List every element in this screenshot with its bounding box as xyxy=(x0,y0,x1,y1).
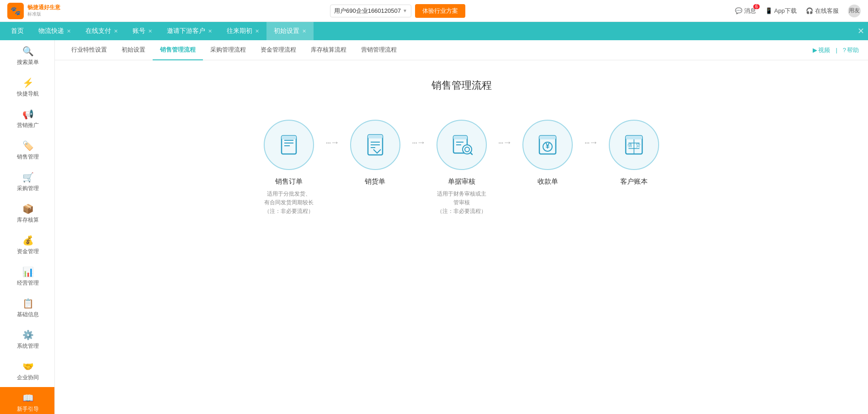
close-account-icon[interactable]: ✕ xyxy=(148,28,152,34)
app-icon: 📱 xyxy=(765,7,772,14)
sidebar-label-guide: 新手引导 xyxy=(17,405,39,413)
sidebar-item-search[interactable]: 🔍 搜索菜单 xyxy=(0,40,54,72)
online-service-button[interactable]: 🎧 在线客服 xyxy=(806,7,839,15)
sub-tab-finance-flow-label: 资金管理流程 xyxy=(261,46,296,54)
svg-rect-18 xyxy=(539,136,556,139)
sidebar-item-basic[interactable]: 📋 基础信息 xyxy=(0,292,54,324)
main-layout: 🔍 搜索菜单 ⚡ 快捷导航 📢 营销推广 🏷️ 销售管理 🛒 采购管理 📦 库存… xyxy=(0,40,868,414)
ledger-circle: 借 贷 xyxy=(609,120,659,170)
operation-icon: 📊 xyxy=(22,266,34,277)
sub-tab-industry-label: 行业特性设置 xyxy=(71,46,107,54)
sub-tab-initial[interactable]: 初始设置 xyxy=(114,40,153,60)
message-button[interactable]: 💬 消息 6 xyxy=(735,7,756,15)
flow-title: 销售管理流程 xyxy=(82,79,841,92)
logo-badge: 标准版 xyxy=(27,11,60,17)
receipt-label: 收款单 xyxy=(538,177,558,186)
sidebar-item-inventory[interactable]: 📦 库存核算 xyxy=(0,198,54,229)
content-area: 行业特性设置 初始设置 销售管理流程 采购管理流程 资金管理流程 库存核算流程 … xyxy=(55,40,868,414)
divider: | xyxy=(836,47,837,53)
tab-period[interactable]: 往来期初 ✕ xyxy=(219,22,266,40)
help-button[interactable]: ? 帮助 xyxy=(843,46,859,54)
message-icon: 💬 xyxy=(735,7,742,14)
sales-order-label: 销售订单 xyxy=(275,177,303,186)
svg-text:¥: ¥ xyxy=(546,142,550,150)
sub-tab-finance-flow[interactable]: 资金管理流程 xyxy=(253,40,304,60)
sidebar-item-sales[interactable]: 🏷️ 销售管理 xyxy=(0,135,54,166)
flow-node-ledger[interactable]: 借 贷 客户账本 xyxy=(597,120,671,190)
dropdown-arrow-icon: ▼ xyxy=(403,8,407,13)
sub-tab-inventory-flow[interactable]: 库存核算流程 xyxy=(304,40,354,60)
sidebar: 🔍 搜索菜单 ⚡ 快捷导航 📢 营销推广 🏷️ 销售管理 🛒 采购管理 📦 库存… xyxy=(0,40,55,414)
user-selector[interactable]: 用户690企业1660120507 ▼ xyxy=(330,5,411,17)
flow-node-invoice[interactable]: 销货单 xyxy=(339,120,412,190)
video-icon: ▶ xyxy=(813,47,817,53)
tab-invite[interactable]: 邀请下游客户 ✕ xyxy=(160,22,219,40)
sub-tab-purchase-flow[interactable]: 采购管理流程 xyxy=(203,40,253,60)
nav-tabs: 首页 物流快递 ✕ 在线支付 ✕ 账号 ✕ 邀请下游客户 ✕ 往来期初 ✕ 初始… xyxy=(0,22,868,40)
close-invite-icon[interactable]: ✕ xyxy=(208,28,212,34)
sidebar-item-finance[interactable]: 💰 资金管理 xyxy=(0,229,54,261)
arrow-2: ···→ xyxy=(412,120,425,148)
tab-initial-setup[interactable]: 初始设置 ✕ xyxy=(266,22,314,40)
close-all-tabs-button[interactable]: ✕ xyxy=(857,26,864,36)
avatar: 用友 xyxy=(848,5,861,17)
tab-home[interactable]: 首页 xyxy=(4,22,31,40)
app-download-button[interactable]: 📱 App下载 xyxy=(765,7,797,15)
sub-tab-right-actions: ▶ 视频 | ? 帮助 xyxy=(813,46,859,54)
close-payment-icon[interactable]: ✕ xyxy=(114,28,118,34)
try-industry-button[interactable]: 体验行业方案 xyxy=(415,4,465,18)
sales-order-icon xyxy=(277,133,301,157)
tab-home-label: 首页 xyxy=(11,27,24,35)
sub-tab-marketing-flow-label: 营销管理流程 xyxy=(361,46,397,54)
svg-line-14 xyxy=(470,153,472,154)
system-icon: ⚙️ xyxy=(22,329,34,340)
ledger-label: 客户账本 xyxy=(620,177,648,186)
close-period-icon[interactable]: ✕ xyxy=(255,28,259,34)
sidebar-item-guide[interactable]: 📖 新手引导 xyxy=(0,387,54,414)
tab-initial-setup-label: 初始设置 xyxy=(274,27,299,35)
sales-icon: 🏷️ xyxy=(22,140,34,151)
sidebar-label-search: 搜索菜单 xyxy=(17,58,39,66)
tab-payment-label: 在线支付 xyxy=(85,27,111,35)
sidebar-label-purchase: 采购管理 xyxy=(17,185,39,192)
sub-tab-industry[interactable]: 行业特性设置 xyxy=(64,40,114,60)
audit-circle xyxy=(437,120,487,170)
tab-logistics[interactable]: 物流快递 ✕ xyxy=(31,22,78,40)
audit-icon xyxy=(450,133,474,157)
sub-tab-sales-flow[interactable]: 销售管理流程 xyxy=(153,40,203,60)
arrow-3: ···→ xyxy=(498,120,511,148)
sidebar-item-purchase[interactable]: 🛒 采购管理 xyxy=(0,166,54,198)
flow-node-audit[interactable]: 单据审核 适用于财务审核或主管审核（注：非必要流程） xyxy=(425,120,498,216)
sidebar-item-system[interactable]: ⚙️ 系统管理 xyxy=(0,324,54,356)
sidebar-item-quick[interactable]: ⚡ 快捷导航 xyxy=(0,72,54,103)
user-avatar-button[interactable]: 用友 xyxy=(848,5,861,17)
guide-icon: 📖 xyxy=(22,393,34,403)
sidebar-label-finance: 资金管理 xyxy=(17,248,39,255)
flow-content: 销售管理流程 销售订单 适用于分批发货、有合同发货周期较长（ xyxy=(55,60,868,234)
sidebar-label-marketing: 营销推广 xyxy=(17,122,39,129)
flow-node-sales-order[interactable]: 销售订单 适用于分批发货、有合同发货周期较长（注：非必要流程） xyxy=(252,120,325,216)
receipt-icon: ¥ xyxy=(536,133,559,157)
sub-tab-marketing-flow[interactable]: 营销管理流程 xyxy=(354,40,404,60)
close-initial-setup-icon[interactable]: ✕ xyxy=(302,28,306,34)
sub-tab-initial-label: 初始设置 xyxy=(122,46,145,54)
sidebar-item-operation[interactable]: 📊 经营管理 xyxy=(0,261,54,292)
svg-rect-11 xyxy=(453,136,467,139)
sidebar-item-marketing[interactable]: 📢 营销推广 xyxy=(0,103,54,135)
ledger-icon: 借 贷 xyxy=(622,133,646,157)
tab-payment[interactable]: 在线支付 ✕ xyxy=(78,22,125,40)
video-help-button[interactable]: ▶ 视频 xyxy=(813,46,830,54)
tab-account[interactable]: 账号 ✕ xyxy=(125,22,160,40)
sub-tab-sales-flow-label: 销售管理流程 xyxy=(160,46,196,54)
flow-node-receipt[interactable]: ¥ 收款单 xyxy=(511,120,584,190)
avatar-label: 用友 xyxy=(849,7,860,15)
logo-icon: 🐾 xyxy=(7,3,24,19)
inventory-icon: 📦 xyxy=(22,203,34,214)
sidebar-item-collab[interactable]: 🤝 企业协同 xyxy=(0,356,54,387)
invoice-label: 销货单 xyxy=(365,177,385,186)
service-label: 在线客服 xyxy=(815,7,839,15)
tab-period-label: 往来期初 xyxy=(227,27,252,35)
logo-text: 畅捷通好生意 xyxy=(27,4,60,11)
close-logistics-icon[interactable]: ✕ xyxy=(67,28,71,34)
top-header: 🐾 畅捷通好生意 标准版 用户690企业1660120507 ▼ 体验行业方案 … xyxy=(0,0,868,22)
